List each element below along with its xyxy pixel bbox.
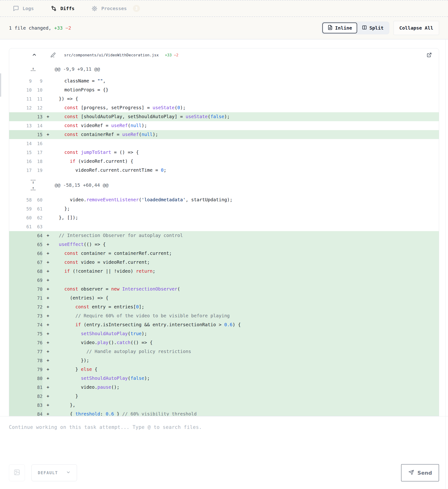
hunk-header-text: @@ -9,9 +9,11 @@ [42,66,100,72]
tab-logs[interactable]: Logs [13,5,34,11]
diff-line: 1618 if (videoRef.current) { [9,157,439,166]
diff-line: 99 className = "", [9,77,439,85]
hunk-header: ↓↑@@ -58,15 +60,44 @@ [9,175,439,196]
chevron-down-icon [66,470,71,476]
hunk-gutter: ↓↑ [9,180,42,190]
chat-bubble-icon [13,5,19,11]
send-plane-icon [408,469,414,477]
inline-label: Inline [335,25,352,31]
diff-line: 6163 [9,222,439,231]
view-controls: Inline Split Collapse All [321,21,439,35]
diff-line: 64+ // Intersection Observer for autopla… [9,231,439,240]
split-view-button[interactable]: Split [357,23,388,33]
diff-line: 1111 }) => { [9,94,439,103]
hunk-gutter: ↑ [9,67,42,71]
diff-line: 69+ [9,276,439,285]
diff-line: 1416 [9,139,439,148]
file-header: src/components/ui/VideoWithDecoration.js… [9,48,439,62]
diff-line: 15+ const containerRef = useRef(null); [9,130,439,139]
file-additions: +33 [165,53,172,57]
file-deletions: −2 [174,53,178,57]
hunk-header-text: @@ -58,15 +60,44 @@ [42,182,108,188]
diff-line: 5961 }; [9,204,439,213]
expand-up-icon[interactable]: ↑ [31,67,35,71]
attach-image-button[interactable] [9,464,25,481]
send-button[interactable]: Send [401,464,439,481]
composer-panel: DEFAULT Send [0,416,448,489]
diff-line: 83+ }, [9,401,439,410]
collapse-all-label: Collapse All [400,25,433,31]
expand-down-icon[interactable]: ↓ [31,180,35,183]
diff-line: 72+ const entry = entries[0]; [9,302,439,311]
diff-line: 74+ if (entry.isIntersecting && entry.in… [9,320,439,329]
diff-line: 1719 videoRef.current.currentTime = 0; [9,166,439,175]
image-icon [13,469,20,477]
diff-line: 1517 const jumpToStart = () => { [9,148,439,157]
diff-line: 6062 }, []); [9,213,439,222]
expand-up-icon[interactable]: ↑ [31,187,35,190]
send-label: Send [417,470,432,476]
tab-diffs-label: Diffs [60,6,74,11]
collapse-all-button[interactable]: Collapse All [393,21,439,35]
inline-view-button[interactable]: Inline [322,23,357,33]
tab-bar: Logs Diffs Processes 3 [0,0,448,17]
diff-line: 81+ video.pause(); [9,383,439,392]
gear-icon [91,5,98,12]
files-changed-text: 1 file changed, [9,25,51,31]
collapse-file-chevron-icon[interactable] [32,52,37,57]
split-pane-icon [362,25,367,31]
hunk-header: ↑@@ -9,9 +9,11 @@ [9,62,439,77]
model-selector[interactable]: DEFAULT [32,464,77,481]
view-mode-toggle: Inline Split [321,22,389,34]
diff-line: 82+ } [9,392,439,401]
diff-line: 13+ const [shouldAutoPlay, setShouldAuto… [9,112,439,121]
diff-file-card: src/components/ui/VideoWithDecoration.js… [9,48,439,416]
file-stats: +33 −2 [165,53,178,57]
diff-line: 5860 video.removeEventListener('loadedme… [9,196,439,204]
tab-processes-label: Processes [101,6,127,11]
file-path[interactable]: src/components/ui/VideoWithDecoration.js… [64,53,159,57]
diff-body: ↑@@ -9,9 +9,11 @@99 className = "",1010 … [9,62,439,416]
open-external-icon[interactable] [427,52,432,57]
diff-line: 71+ (entries) => { [9,293,439,302]
git-compare-icon [51,5,57,11]
additions-count: +33 [54,25,63,31]
tab-logs-label: Logs [23,6,34,11]
diff-line: 67+ const video = videoRef.current; [9,258,439,267]
top-bar: Logs Diffs Processes 3 1 file changed, +… [0,0,448,40]
left-scrollbar-thumb[interactable] [0,73,1,97]
diff-summary-bar: 1 file changed, +33 −2 Inline [0,17,448,39]
tab-processes[interactable]: Processes [91,5,127,12]
files-changed-summary: 1 file changed, +33 −2 [9,25,71,31]
diff-line: 68+ if (!container || !video) return; [9,267,439,276]
processes-count-badge: 3 [133,5,140,12]
diff-line: 66+ const container = containerRef.curre… [9,249,439,258]
diff-line: 1314 const videoRef = useRef(null); [9,121,439,130]
diff-line: 78+ }); [9,356,439,365]
diff-line: 1010 motionProps = {} [9,85,439,94]
diff-line: 84+ { threshold: 0.6 } // 60% visibility… [9,410,439,416]
split-label: Split [369,25,384,31]
diff-line: 65+ useEffect(() => { [9,240,439,249]
composer-toolbar: DEFAULT Send [0,464,448,481]
deletions-count: −2 [65,25,71,31]
diff-line: 1212 const [progress, setProgress] = use… [9,103,439,112]
diff-line: 76+ video.play().catch(() => { [9,338,439,347]
message-input[interactable] [0,416,436,460]
diff-line: 73+ // Require 60% of the video to be vi… [9,311,439,320]
diff-line: 80+ setShouldAutoPlay(false); [9,374,439,383]
app-root: Logs Diffs Processes 3 1 file changed, +… [0,0,448,489]
diff-line: 77+ // Handle autoplay policy restrictio… [9,347,439,356]
right-scrollbar-track [445,40,446,489]
file-text-icon [328,25,333,31]
tab-diffs[interactable]: Diffs [51,5,74,11]
edit-pencil-icon [50,52,56,57]
diff-line: 75+ setShouldAutoPlay(true); [9,329,439,338]
diff-line: 79+ } else { [9,365,439,374]
model-selector-label: DEFAULT [38,471,58,475]
diff-line: 70+ const observer = new IntersectionObs… [9,285,439,293]
